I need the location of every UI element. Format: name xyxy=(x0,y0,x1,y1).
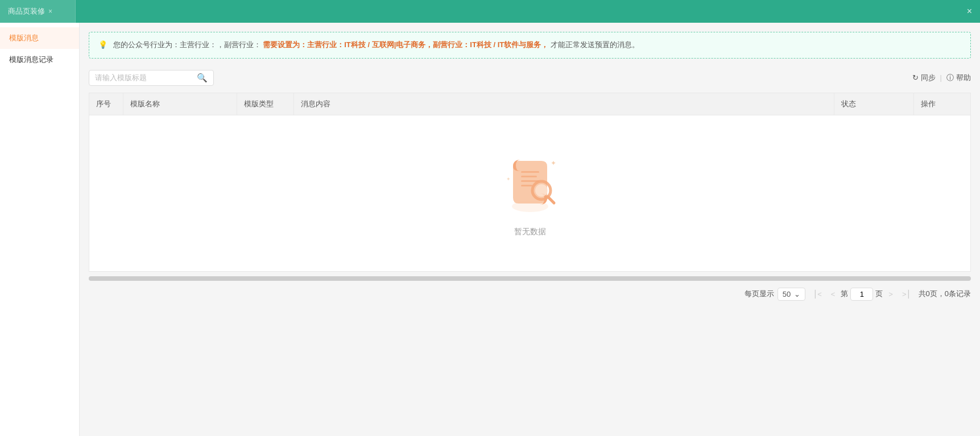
col-header-type: 模版类型 xyxy=(237,93,294,115)
help-icon: ⓘ xyxy=(946,73,954,83)
info-banner: 💡 您的公众号行业为：主营行业：，副营行业： 需要设置为：主营行业：IT科技 /… xyxy=(89,32,971,59)
help-button[interactable]: ⓘ 帮助 xyxy=(946,73,971,83)
first-page-button[interactable]: ⎮< xyxy=(810,289,825,300)
empty-illustration: ✦ ✦ xyxy=(496,150,564,218)
nav-tab-product-decor[interactable]: 商品页装修× xyxy=(0,0,76,23)
search-bar: 🔍 ↻ 同步 | ⓘ 帮助 xyxy=(89,70,971,86)
page-size-value: 50 xyxy=(783,290,791,298)
page-size-label: 每页显示 xyxy=(745,289,774,299)
table-header: 序号模版名称模版类型消息内容状态操作 xyxy=(89,93,971,115)
svg-text:✦: ✦ xyxy=(506,176,511,182)
close-all-button[interactable]: × xyxy=(959,6,980,16)
svg-rect-2 xyxy=(521,176,537,177)
page-total: 共0页，0条记录 xyxy=(919,289,971,299)
col-header-action: 操作 xyxy=(914,93,971,115)
svg-rect-1 xyxy=(521,171,539,173)
pagination: 每页显示 50 ⌄ ⎮< < 第 页 > >⎮ 共0页，0条记录 xyxy=(89,288,971,301)
search-input[interactable] xyxy=(95,73,197,82)
svg-line-7 xyxy=(548,197,554,203)
page-nav: ⎮< < 第 页 > >⎮ xyxy=(810,288,913,301)
page-input-wrap: 第 页 xyxy=(841,288,883,301)
col-header-seq: 序号 xyxy=(89,93,123,115)
svg-rect-4 xyxy=(521,185,532,186)
sync-icon: ↻ xyxy=(912,73,919,82)
info-highlight: 需要设置为：主营行业：IT科技 / 互联网|电子商务，副营行业：IT科技 / I… xyxy=(263,40,548,49)
table-header-row: 序号模版名称模版类型消息内容状态操作 xyxy=(89,93,971,115)
sidebar-item-template-msg-log[interactable]: 模版消息记录 xyxy=(0,49,79,70)
col-header-content: 消息内容 xyxy=(294,93,834,115)
empty-state: ✦ ✦ 暂无数据 xyxy=(89,115,970,271)
page-unit-label: 页 xyxy=(875,289,883,299)
sidebar: 模版消息模版消息记录 xyxy=(0,23,80,436)
bulb-icon: 💡 xyxy=(98,40,107,49)
table-body: ✦ ✦ 暂无数据 xyxy=(89,115,971,271)
info-suffix: 才能正常发送预置的消息。 xyxy=(551,40,639,49)
last-page-button[interactable]: >⎮ xyxy=(899,289,914,300)
main-layout: 模版消息模版消息记录 💡 您的公众号行业为：主营行业：，副营行业： 需要设置为：… xyxy=(0,23,980,436)
empty-row: ✦ ✦ 暂无数据 xyxy=(89,115,971,271)
nav-tabs-container: 首页微商城店铺设置×商品分类设置×首页装修×商品页装修×店铺主题×开通公众号商城… xyxy=(0,0,76,23)
nav-tab-label-product-decor: 商品页装修 xyxy=(8,6,45,16)
page-size-select[interactable]: 50 ⌄ xyxy=(778,288,805,301)
col-header-status: 状态 xyxy=(834,93,914,115)
sync-label: 同步 xyxy=(921,73,936,83)
data-table: 序号模版名称模版类型消息内容状态操作 xyxy=(89,93,971,272)
prev-page-button[interactable]: < xyxy=(828,289,839,300)
svg-text:✦: ✦ xyxy=(551,159,556,167)
info-prefix: 您的公众号行业为：主营行业：，副营行业： xyxy=(113,40,261,49)
empty-text: 暂无数据 xyxy=(101,227,959,237)
search-icon[interactable]: 🔍 xyxy=(197,73,208,83)
chevron-down-icon: ⌄ xyxy=(794,290,800,298)
svg-point-6 xyxy=(535,184,548,197)
col-header-name: 模版名称 xyxy=(123,93,237,115)
help-label: 帮助 xyxy=(956,73,971,83)
content-area: 💡 您的公众号行业为：主营行业：，副营行业： 需要设置为：主营行业：IT科技 /… xyxy=(80,23,980,436)
page-number-input[interactable] xyxy=(850,288,873,301)
horizontal-scrollbar[interactable] xyxy=(89,276,971,281)
page-size-wrap: 每页显示 50 ⌄ xyxy=(745,288,805,301)
nav-tab-close-product-decor[interactable]: × xyxy=(48,7,52,15)
page-di-label: 第 xyxy=(841,289,848,299)
sidebar-item-template-msg[interactable]: 模版消息 xyxy=(0,27,79,49)
sidebar-items-container: 模版消息模版消息记录 xyxy=(0,27,79,70)
search-input-wrap[interactable]: 🔍 xyxy=(89,70,214,86)
sync-button[interactable]: ↻ 同步 xyxy=(912,73,936,83)
toolbar-divider: | xyxy=(940,73,942,82)
next-page-button[interactable]: > xyxy=(885,289,896,300)
top-nav: 首页微商城店铺设置×商品分类设置×首页装修×商品页装修×店铺主题×开通公众号商城… xyxy=(0,0,980,23)
toolbar-right: ↻ 同步 | ⓘ 帮助 xyxy=(912,73,971,83)
